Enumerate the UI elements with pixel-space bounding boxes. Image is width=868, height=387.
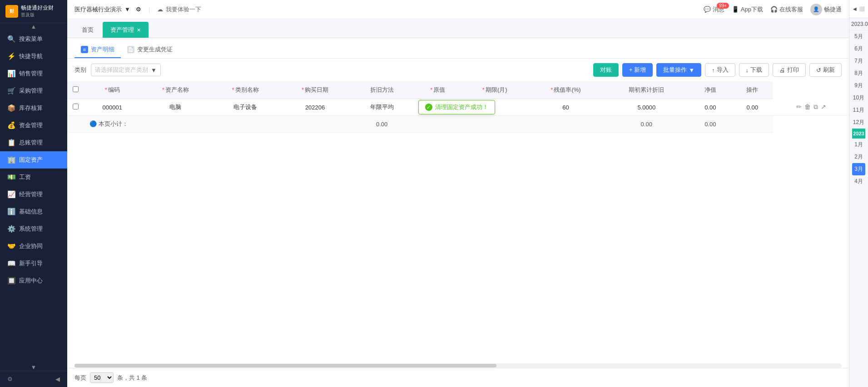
sidebar-item-fixed-assets[interactable]: 🏢固定资产 (0, 151, 67, 169)
sidebar-item-guide[interactable]: 📖新手引导 (0, 255, 67, 272)
subtotal-empty4 (528, 116, 604, 133)
online-service-btn[interactable]: 🎧 在线客服 (770, 5, 803, 14)
avatar: 👤 (810, 4, 822, 15)
sidebar-item-search[interactable]: 🔍搜索菜单 (0, 30, 67, 48)
th-name: *资产名称 (141, 81, 211, 99)
tab-home[interactable]: 首页 (74, 22, 101, 38)
toolbar: 类别 请选择固定资产类别 ▼ 对账 + 新增 批量操作 ▼ ↑ 导入 ↓ (67, 59, 849, 81)
sidebar-nav: 🔍搜索菜单⚡快捷导航📊销售管理🛒采购管理📦库存核算💰资金管理📋总账管理🏢固定资产… (0, 30, 67, 363)
batch-ops-btn[interactable]: 批量操作 ▼ (656, 63, 701, 77)
subtotal-label: 🔵本页小计： (84, 116, 350, 133)
subtab-change-voucher[interactable]: 📄 变更生成凭证 (121, 43, 179, 58)
print-btn[interactable]: 🖨 打印 (773, 63, 806, 77)
month-item-6月[interactable]: 6月 (852, 43, 865, 55)
sidebar-scroll-up[interactable]: ▲ (0, 23, 67, 30)
month-item-2月[interactable]: 2月 (852, 151, 865, 163)
table-header-row: *编码 *资产名称 *类别名称 *购买日期 折旧方法 *原值 *期限(月) *残… (67, 81, 849, 99)
new-btn[interactable]: + 新增 (622, 63, 653, 77)
th-residual-rate: *残值率(%) (528, 81, 604, 99)
app-logo: 财 畅捷通好业财 普及版 (0, 0, 67, 23)
sidebar-label-finance: 资金管理 (19, 121, 43, 129)
sidebar-label-enterprise: 企业协同 (19, 242, 43, 250)
sidebar-item-quick-nav[interactable]: ⚡快捷导航 (0, 48, 67, 65)
batch-ops-label: 批量操作 (663, 66, 687, 74)
sidebar-item-finance[interactable]: 💰资金管理 (0, 117, 67, 134)
right-panel-header: ◀ ⬜ (849, 0, 868, 18)
month-item-12月[interactable]: 12月 (852, 116, 865, 129)
select-all-checkbox[interactable] (73, 86, 79, 92)
expand-right-icon[interactable]: ⬜ (859, 6, 864, 11)
month-item-10月[interactable]: 10月 (852, 92, 865, 104)
page-size-select[interactable]: 50 100 (90, 372, 114, 383)
sidebar-item-inventory[interactable]: 📦库存核算 (0, 99, 67, 117)
sidebar-item-purchase[interactable]: 🛒采购管理 (0, 82, 67, 99)
main-area: 医疗器械行业演示 ▼ ⚙ | ☁ 我要体验一下 💬 消息 99+ 📱 App下载… (67, 0, 849, 387)
select-all-header[interactable] (67, 81, 84, 99)
sidebar-item-basic-info[interactable]: ℹ️基础信息 (0, 203, 67, 220)
delete-btn[interactable]: 🗑 (804, 103, 811, 111)
online-service-label: 在线客服 (779, 5, 803, 14)
month-item-9月[interactable]: 9月 (852, 79, 865, 92)
row-checkbox-cell[interactable] (67, 99, 84, 116)
messages-btn[interactable]: 💬 消息 99+ (704, 5, 724, 14)
month-item-11月[interactable]: 11月 (852, 104, 865, 116)
subtotal-empty3 (461, 116, 528, 133)
tab-close-icon[interactable]: ✕ (137, 27, 141, 33)
tab-asset-management[interactable]: 资产管理 ✕ (103, 22, 149, 38)
tab-asset-label: 资产管理 (110, 26, 134, 34)
sidebar-item-enterprise[interactable]: 🤝企业协同 (0, 238, 67, 255)
category-select[interactable]: 请选择固定资产类别 ▼ (91, 64, 161, 76)
cell-depreciation-method: 年限平均 (350, 99, 414, 116)
sidebar-icon-search: 🔍 (7, 35, 15, 43)
row-checkbox[interactable] (73, 104, 79, 109)
month-list: 5月6月7月8月9月10月11月12月20231月2月3月4月 (852, 30, 865, 188)
import-btn[interactable]: ↑ 导入 (705, 63, 735, 77)
user-area[interactable]: 👤 畅捷通 (810, 4, 842, 15)
cell-name: 电脑 (141, 99, 211, 116)
th-original-value: *原值 (414, 81, 462, 99)
cell-category: 电子设备 (210, 99, 280, 116)
sidebar-scroll-down[interactable]: ▼ (0, 363, 67, 371)
table-wrap: *编码 *资产名称 *类别名称 *购买日期 折旧方法 *原值 *期限(月) *残… (67, 81, 849, 363)
sidebar-item-operations[interactable]: 📈经营管理 (0, 186, 67, 203)
sidebar-item-ledger[interactable]: 📋总账管理 (0, 134, 67, 151)
table-row: 000001 电脑 电子设备 202206 年限平均 ✓ 清理固定资产成功！ 6… (67, 99, 849, 116)
import-icon: ↑ (712, 67, 715, 74)
collapse-right-icon[interactable]: ◀ (853, 6, 857, 11)
settings-icon[interactable]: ⚙ (7, 376, 13, 382)
month-item-5月[interactable]: 5月 (852, 30, 865, 43)
sidebar-item-app-center[interactable]: 🔲应用中心 (0, 272, 67, 289)
success-check-icon: ✓ (425, 104, 432, 111)
more-btn[interactable]: ↗ (821, 103, 826, 111)
topbar-settings-icon[interactable]: ⚙ (136, 6, 141, 13)
category-dropdown-icon: ▼ (151, 67, 157, 74)
subtab-asset-detail-label: 资产明细 (91, 45, 114, 54)
copy-btn[interactable]: ⧉ (813, 103, 818, 111)
subtotal-original: 0.00 (350, 116, 414, 133)
month-item-2023[interactable]: 2023 (852, 129, 865, 139)
app-download-btn[interactable]: 📱 App下载 (732, 5, 763, 14)
sidebar-item-system[interactable]: ⚙️系统管理 (0, 220, 67, 238)
cell-net-value: 0.00 (731, 99, 773, 116)
download-btn[interactable]: ↓ 下载 (739, 63, 769, 77)
refresh-btn[interactable]: ↺ 刷新 (809, 63, 842, 77)
sidebar-icon-enterprise: 🤝 (7, 242, 15, 250)
month-item-3月[interactable]: 3月 (852, 163, 865, 175)
company-selector[interactable]: 医疗器械行业演示 ▼ (74, 5, 130, 14)
sidebar-item-salary[interactable]: 💵工资 (0, 169, 67, 186)
collapse-icon[interactable]: ◀ (55, 376, 60, 382)
edit-btn[interactable]: ✏ (796, 103, 802, 111)
month-item-8月[interactable]: 8月 (852, 67, 865, 79)
experience-btn[interactable]: ☁ 我要体验一下 (157, 5, 201, 14)
reconcile-btn[interactable]: 对账 (593, 63, 619, 77)
month-item-7月[interactable]: 7月 (852, 55, 865, 67)
subtab-asset-detail[interactable]: ≡ 资产明细 (74, 43, 121, 58)
sidebar-item-sales[interactable]: 📊销售管理 (0, 65, 67, 82)
month-item-4月[interactable]: 4月 (852, 175, 865, 188)
subtabs: ≡ 资产明细 📄 变更生成凭证 (67, 38, 849, 59)
download-icon2: ↓ (746, 67, 749, 74)
toolbar-right: 对账 + 新增 批量操作 ▼ ↑ 导入 ↓ 下载 🖨 打印 (593, 63, 842, 77)
month-item-1月[interactable]: 1月 (852, 139, 865, 151)
horizontal-scrollbar[interactable] (74, 363, 842, 368)
download-label: 下载 (750, 66, 762, 74)
